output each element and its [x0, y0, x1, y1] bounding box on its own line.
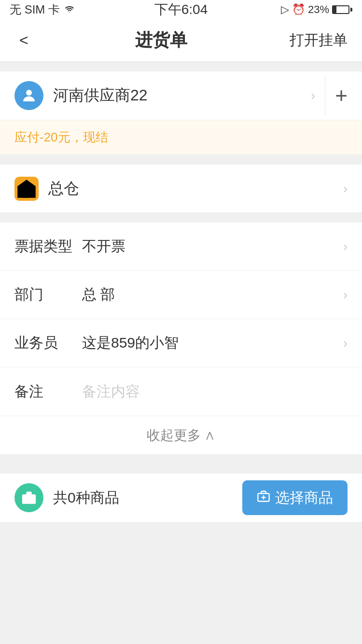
- select-product-icon: [257, 490, 270, 506]
- supplier-section: 河南供应商22 › +: [0, 71, 362, 120]
- select-product-label: 选择商品: [275, 488, 333, 508]
- ticket-type-chevron-icon: ›: [343, 239, 348, 254]
- bottom-bar: 共0种商品 选择商品: [0, 474, 362, 522]
- remark-label: 备注: [14, 382, 72, 402]
- wifi-icon: [64, 3, 75, 16]
- carrier-label: 无 SIM 卡: [10, 2, 60, 17]
- section-gap-1: [0, 155, 362, 165]
- ticket-type-row[interactable]: 票据类型 不开票 ›: [0, 223, 362, 271]
- supplier-row[interactable]: 河南供应商22 ›: [14, 71, 325, 120]
- department-row[interactable]: 部门 总 部 ›: [0, 271, 362, 319]
- battery-icon: [332, 5, 352, 14]
- warehouse-row[interactable]: 总仓 ›: [0, 165, 362, 213]
- open-pending-button[interactable]: 打开挂单: [290, 30, 348, 50]
- notice-text: 应付-20元，现结: [14, 130, 108, 144]
- svg-point-0: [69, 12, 70, 13]
- add-supplier-button[interactable]: +: [325, 76, 348, 115]
- ticket-type-value: 不开票: [82, 237, 343, 256]
- status-left: 无 SIM 卡: [10, 2, 75, 17]
- section-gap-2: [0, 213, 362, 223]
- status-time: 下午6:04: [154, 0, 208, 19]
- supplier-avatar: [14, 81, 43, 110]
- battery-percent: 23%: [308, 3, 329, 16]
- svg-point-1: [26, 90, 32, 96]
- status-bar: 无 SIM 卡 下午6:04 ▷ ⏰ 23%: [0, 0, 362, 19]
- sales-rep-label: 业务员: [14, 333, 72, 353]
- status-right: ▷ ⏰ 23%: [281, 3, 352, 16]
- collapse-label: 收起更多 ∧: [147, 426, 216, 445]
- supplier-chevron-icon: ›: [311, 88, 315, 103]
- content-area: [0, 522, 362, 644]
- page-title: 进货单: [135, 28, 187, 52]
- section-gap-3: [0, 454, 362, 464]
- collapse-button[interactable]: 收起更多 ∧: [0, 416, 362, 454]
- sales-rep-row[interactable]: 业务员 这是859的小智 ›: [0, 319, 362, 367]
- form-section: 票据类型 不开票 › 部门 总 部 › 业务员 这是859的小智 › 备注 备注…: [0, 223, 362, 416]
- supplier-name: 河南供应商22: [53, 85, 311, 106]
- sales-rep-value: 这是859的小智: [82, 333, 343, 353]
- remark-row[interactable]: 备注 备注内容: [0, 367, 362, 416]
- department-value: 总 部: [82, 285, 343, 305]
- sales-rep-chevron-icon: ›: [343, 336, 348, 351]
- product-count: 共0种商品: [53, 488, 242, 508]
- select-product-button[interactable]: 选择商品: [242, 480, 348, 515]
- alarm-icon: ⏰: [292, 3, 305, 16]
- department-label: 部门: [14, 285, 72, 305]
- product-icon: [14, 483, 43, 512]
- warehouse-name: 总仓: [48, 178, 343, 199]
- notice-banner: 应付-20元，现结: [0, 120, 362, 155]
- svg-rect-2: [24, 190, 30, 198]
- warehouse-icon: [14, 177, 39, 201]
- department-chevron-icon: ›: [343, 287, 348, 303]
- ticket-type-label: 票据类型: [14, 237, 72, 256]
- remark-placeholder: 备注内容: [82, 382, 348, 402]
- gps-icon: ▷: [281, 3, 289, 16]
- nav-bar: < 进货单 打开挂单: [0, 19, 362, 62]
- warehouse-chevron-icon: ›: [343, 181, 348, 196]
- section-divider-1: [0, 62, 362, 71]
- back-button[interactable]: <: [14, 27, 33, 54]
